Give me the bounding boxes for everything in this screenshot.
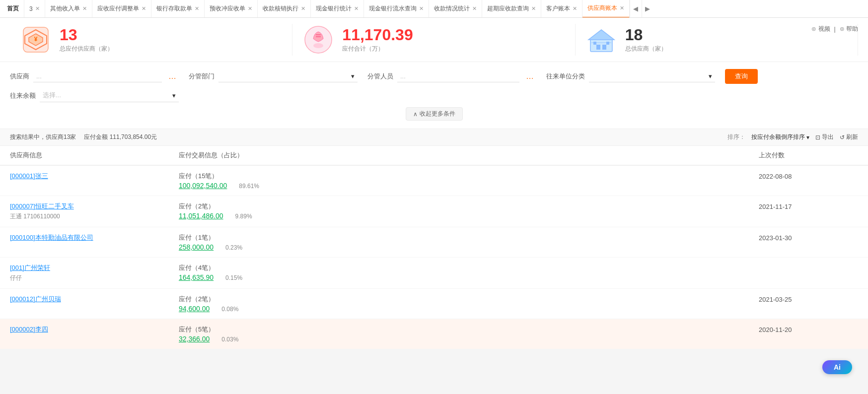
balance-chevron-down-icon: ▾ — [172, 92, 176, 99]
nav-tab-customer-ledger[interactable]: 客户账本 ✕ — [541, 0, 582, 18]
payable-suppliers-info: 13 总应付供应商（家） — [60, 26, 113, 53]
results-bar: 搜索结果中，供应商13家 应付金额 111,703,854.00元 排序： 按应… — [0, 129, 868, 146]
supplier-link-2[interactable]: [000007]恒旺二手叉车 — [10, 202, 169, 211]
results-summary: 搜索结果中，供应商13家 应付金额 111,703,854.00元 — [10, 133, 157, 141]
refresh-button[interactable]: ↺ 刷新 — [840, 133, 858, 141]
dept-filter-select[interactable]: ▾ — [218, 70, 358, 82]
close-other-income[interactable]: ✕ — [82, 5, 87, 12]
trans-pct-5: 0.08% — [221, 306, 238, 313]
trans-amount-3[interactable]: 258,000.00 — [179, 243, 214, 251]
nav-tab-home[interactable]: 首页 — [2, 0, 24, 18]
nav-tab-cash-bank-flow[interactable]: 现金银行流水查询 ✕ — [364, 0, 429, 18]
close-tab-3[interactable]: ✕ — [35, 5, 40, 12]
supplier-cell-2: [000007]恒旺二手叉车 王通 17106110000 — [10, 202, 169, 221]
cash-bank-flow-label: 现金银行流水查询 — [369, 4, 417, 13]
collapse-filters-button[interactable]: ∧ 收起更多条件 — [406, 107, 463, 121]
lastpay-cell-3: 2023-01-30 — [759, 233, 858, 242]
trans-label-3: 应付（1笔） — [179, 233, 759, 242]
header-lastpay: 上次付数 — [759, 151, 858, 160]
table-row: [000007]恒旺二手叉车 王通 17106110000 应付（2笔） 11,… — [0, 196, 868, 227]
trans-amount-1[interactable]: 100,092,540.00 — [179, 182, 227, 190]
stats-banner: ¥ 13 总应付供应商（家） 11,170.39 应付合计（万） — [0, 18, 868, 62]
transaction-cell-4: 应付（4笔） 164,635.90 0.15% — [169, 263, 759, 281]
search-button[interactable]: 查询 — [725, 69, 758, 84]
payable-suppliers-number: 13 — [60, 26, 113, 44]
nav-tab-receipt-stat[interactable]: 收款情况统计 ✕ — [429, 0, 482, 18]
nav-next-arrow[interactable]: ▶ — [642, 0, 653, 18]
nav-tab-cash-bank-stat[interactable]: 现金银行统计 ✕ — [311, 0, 364, 18]
transaction-cell-1: 应付（15笔） 100,092,540.00 89.61% — [169, 172, 759, 190]
svg-text:¥: ¥ — [34, 36, 38, 43]
close-payment-verify[interactable]: ✕ — [301, 5, 305, 12]
supplier-filter-input[interactable] — [33, 70, 162, 82]
help-link[interactable]: ⊙ 帮助 — [840, 25, 858, 33]
nav-tab-supplier-ledger[interactable]: 供应商账本 ✕ — [582, 0, 630, 18]
table-row: [000100]本特勤油品有限公司 应付（1笔） 258,000.00 0.23… — [0, 227, 868, 258]
close-cash-bank-flow[interactable]: ✕ — [419, 5, 424, 12]
trans-pct-2: 9.89% — [235, 213, 252, 220]
nav-tab-3[interactable]: 3 ✕ — [24, 0, 45, 18]
person-more-btn[interactable]: … — [523, 70, 536, 83]
payable-total-icon — [302, 24, 334, 56]
trans-amount-6[interactable]: 32,366.00 — [179, 335, 210, 343]
supplier-link-4[interactable]: [001]广州荣轩 — [10, 263, 169, 272]
close-ar-ap-adj[interactable]: ✕ — [142, 5, 146, 12]
nav-tab-prepay-offset[interactable]: 预收冲应收单 ✕ — [205, 0, 258, 18]
customer-ledger-label: 客户账本 — [546, 4, 570, 13]
nav-tab-overdue-ar[interactable]: 超期应收款查询 ✕ — [482, 0, 541, 18]
sort-select[interactable]: 按应付余额倒序排序 ▾ — [751, 133, 809, 141]
trans-label-4: 应付（4笔） — [179, 263, 759, 272]
supplier-link-3[interactable]: [000100]本特勤油品有限公司 — [10, 233, 169, 242]
close-bank-deposit[interactable]: ✕ — [195, 5, 199, 12]
category-filter-select[interactable]: ▾ — [589, 70, 715, 82]
collapse-chevron-up-icon: ∧ — [413, 111, 418, 118]
nav-tab-other-income[interactable]: 其他收入单 ✕ — [45, 0, 92, 18]
nav-prev-arrow[interactable]: ◀ — [630, 0, 642, 18]
lastpay-cell-2: 2021-11-17 — [759, 202, 858, 210]
supplier-link-6[interactable]: [000002]李四 — [10, 325, 169, 334]
video-link[interactable]: ⊙ 视频 — [811, 25, 830, 33]
balance-filter-label: 往来余额 — [10, 91, 36, 100]
tab-3-label: 3 — [29, 5, 33, 12]
nav-tab-payment-verify[interactable]: 收款核销执行 ✕ — [258, 0, 311, 18]
bank-deposit-label: 银行存取款单 — [156, 4, 192, 13]
supplier-link-1[interactable]: [000001]张三 — [10, 172, 169, 181]
trans-amount-4[interactable]: 164,635.90 — [179, 273, 214, 281]
close-receipt-stat[interactable]: ✕ — [472, 5, 477, 12]
trans-amount-5[interactable]: 94,600.00 — [179, 305, 210, 313]
refresh-icon: ↺ — [840, 134, 845, 141]
nav-tab-ar-ap-adj[interactable]: 应收应付调整单 ✕ — [92, 0, 151, 18]
sort-chevron-down-icon: ▾ — [806, 134, 809, 141]
nav-tab-bank-deposit[interactable]: 银行存取款单 ✕ — [151, 0, 205, 18]
dept-chevron-down-icon: ▾ — [351, 72, 355, 80]
svg-rect-8 — [590, 39, 612, 52]
close-prepay-offset[interactable]: ✕ — [248, 5, 252, 12]
balance-filter-select[interactable]: 选择... ▾ — [40, 89, 179, 102]
trans-amount-2[interactable]: 11,051,486.00 — [179, 212, 223, 220]
table-row: [001]广州荣轩 仔仔 应付（4笔） 164,635.90 0.15% — [0, 258, 868, 289]
close-overdue-ar[interactable]: ✕ — [531, 5, 536, 12]
filter-person: 分管人员 … — [367, 70, 536, 83]
transaction-cell-5: 应付（2笔） 94,600.00 0.08% — [169, 295, 759, 313]
close-supplier-ledger[interactable]: ✕ — [620, 5, 624, 11]
filter-supplier: 供应商 … — [10, 70, 179, 83]
export-button[interactable]: ⊡ 导出 — [815, 133, 834, 141]
results-actions: 排序： 按应付余额倒序排序 ▾ ⊡ 导出 ↺ 刷新 — [727, 133, 858, 141]
filter-balance: 往来余额 选择... ▾ — [10, 89, 179, 102]
supplier-cell-4: [001]广州荣轩 仔仔 — [10, 263, 169, 282]
transaction-cell-6: 应付（5笔） 32,366.00 0.03% — [169, 325, 759, 343]
close-customer-ledger[interactable]: ✕ — [573, 5, 577, 12]
supplier-more-btn[interactable]: … — [166, 70, 179, 83]
other-income-label: 其他收入单 — [50, 4, 80, 13]
trans-label-2: 应付（2笔） — [179, 202, 759, 211]
svg-point-5 — [313, 43, 323, 48]
close-cash-bank-stat[interactable]: ✕ — [354, 5, 359, 12]
supplier-contact-2: 王通 17106110000 — [10, 212, 169, 221]
trans-pct-6: 0.03% — [221, 336, 238, 343]
category-chevron-down-icon: ▾ — [709, 72, 712, 80]
filter-row-2: 往来余额 选择... ▾ — [10, 89, 858, 102]
total-suppliers-number: 18 — [625, 26, 667, 44]
supplier-link-5[interactable]: [000012]广州贝瑞 — [10, 295, 169, 304]
payment-verify-label: 收款核销执行 — [263, 4, 298, 13]
person-filter-input[interactable] — [397, 70, 519, 82]
